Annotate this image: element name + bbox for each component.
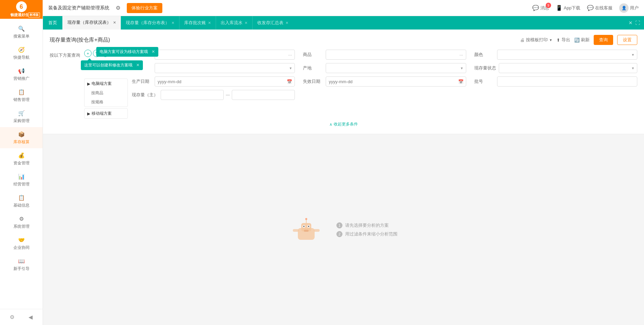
filter-area: 按以下方案查询 + ✎ ← 电脑方案可设为移动方案哦 ✕: [50, 50, 637, 119]
sidebar-item-label: 销售管理: [13, 97, 30, 103]
sales-icon: 📋: [18, 88, 25, 96]
origin-select-wrapper: ▼: [326, 63, 466, 73]
app-download-btn[interactable]: 📱 App下载: [556, 5, 580, 11]
produce-date-input[interactable]: [155, 76, 295, 87]
tab-close-dist[interactable]: ✕: [171, 21, 174, 25]
page-actions: 🖨 按模板打印 ▼ ⬆ 导出 🔄 刷新 查询 设置: [520, 35, 637, 45]
warehouse-input[interactable]: ···: [155, 50, 295, 60]
marketing-icon: 📢: [18, 67, 25, 74]
mobile-scheme-header[interactable]: ▶ 移动端方案: [85, 109, 127, 118]
scheme-controls-area: + ✎ ← 电脑方案可设为移动方案哦 ✕ 这里可以创建和修改方案哦 ✕: [84, 50, 128, 119]
sidebar-item-quicknav[interactable]: 🧭 快捷导航: [0, 43, 43, 64]
sidebar-item-inventory[interactable]: 📦 库存核算: [0, 127, 43, 148]
user-label: 用户: [630, 5, 639, 11]
tooltip-2-close[interactable]: ✕: [136, 63, 140, 67]
status-label: 现存量状态: [474, 65, 496, 71]
user-btn[interactable]: 👤 用户: [619, 3, 639, 13]
sidebar-item-settings[interactable]: ⚙ 系统管理: [0, 212, 43, 233]
scheme-tooltip-1: 电脑方案可设为移动方案哦 ✕: [96, 47, 158, 57]
header-gear-btn[interactable]: ⚙: [113, 3, 123, 13]
print-btn[interactable]: 🖨 按模板打印 ▼: [520, 37, 552, 43]
sidebar-gear-btn[interactable]: ⚙: [7, 313, 17, 322]
sidebar-item-guide[interactable]: 📖 新手引导: [0, 254, 43, 275]
scheme-item-spec[interactable]: 按规格: [85, 98, 127, 107]
tab-close-inventory-status[interactable]: ✕: [113, 20, 116, 25]
tab-inventory-status[interactable]: 现存量（库存状况表） ✕: [62, 16, 121, 30]
refresh-btn[interactable]: 🔄 刷新: [574, 37, 590, 43]
tab-home[interactable]: 首页: [43, 16, 62, 30]
status-select-wrapper: ▼: [499, 63, 637, 73]
scheme-item-product[interactable]: 按商品: [85, 89, 127, 98]
sidebar-logo: 6 畅捷通好生意 标准版: [0, 0, 43, 19]
tooltip-1-close[interactable]: ✕: [152, 49, 155, 54]
svg-point-10: [305, 218, 307, 220]
stock-qty-max[interactable]: [232, 90, 295, 100]
empty-hint-2: 2 用过滤条件来缩小分析范围: [336, 231, 397, 237]
sidebar-item-enterprise[interactable]: 🤝 企业协同: [0, 233, 43, 254]
produce-date-label: 生产日期: [132, 78, 152, 85]
empty-content: 1 请先选择要分析的方案 2 用过滤条件来缩小分析范围: [289, 213, 397, 247]
sidebar-item-purchase[interactable]: 🛒 采购管理: [0, 106, 43, 127]
expire-date-input[interactable]: [326, 76, 466, 87]
tab-inout-flow[interactable]: 出入库流水 ✕: [216, 16, 252, 30]
message-btn[interactable]: 💬 消息 9: [532, 5, 549, 11]
sidebar-item-label: 企业协同: [13, 245, 30, 251]
tab-inventory-dist[interactable]: 现存量（库存分布表） ✕: [121, 16, 179, 30]
sidebar-item-search[interactable]: 🔍 搜索菜单: [0, 21, 43, 43]
refresh-icon: 🔄: [574, 38, 580, 43]
quicknav-icon: 🧭: [18, 46, 25, 53]
product-input[interactable]: ···: [326, 50, 466, 60]
export-icon: ⬆: [556, 38, 560, 43]
desktop-scheme-header[interactable]: ▶ 电脑端方案: [85, 79, 127, 89]
tab-summary[interactable]: 收发存汇总表 ✕: [252, 16, 293, 30]
batch-input[interactable]: [497, 76, 637, 87]
produce-date-input-wrap: 📅: [155, 76, 295, 87]
size-select[interactable]: [155, 63, 295, 73]
filter-label: 按以下方案查询: [50, 50, 80, 58]
color-select[interactable]: [497, 50, 637, 60]
tab-fullscreen-btn[interactable]: ⛶: [635, 20, 640, 25]
empty-text: 1 请先选择要分析的方案 2 用过滤条件来缩小分析范围: [336, 222, 397, 237]
sidebar-item-label: 快捷导航: [13, 55, 30, 60]
export-btn[interactable]: ⬆ 导出: [556, 37, 570, 43]
sidebar-item-basic[interactable]: 📋 基础信息: [0, 191, 43, 212]
tab-inventory-batch[interactable]: 库存批次账 ✕: [179, 16, 216, 30]
origin-field: 产地 ▼: [303, 63, 466, 73]
sidebar-item-sales[interactable]: 📋 销售管理: [0, 85, 43, 106]
batch-field: 批号: [474, 76, 637, 87]
product-label: 商品: [303, 52, 323, 58]
tab-close-batch[interactable]: ✕: [208, 21, 211, 25]
stock-qty-sep: —: [226, 93, 230, 97]
search-btn[interactable]: 查询: [594, 35, 613, 45]
sidebar-collapse-btn[interactable]: ◀: [26, 313, 35, 322]
origin-select[interactable]: [326, 63, 466, 73]
tab-bar-right: ✕ ⛶: [629, 16, 644, 30]
online-support-btn[interactable]: 💬 在线客服: [587, 5, 612, 11]
tab-close-all-btn[interactable]: ✕: [629, 20, 633, 25]
expire-date-field: 失效日期 📅: [303, 76, 466, 87]
desktop-scheme-section: ▶ 电脑端方案 按商品 按规格: [84, 78, 128, 107]
sidebar-item-finance[interactable]: 💰 资金管理: [0, 148, 43, 169]
produce-date-field: 生产日期 📅: [132, 76, 295, 87]
print-icon: 🖨: [520, 38, 525, 43]
tab-close-flow[interactable]: ✕: [245, 21, 248, 25]
tab-close-summary[interactable]: ✕: [285, 21, 288, 25]
page-content: 现存量查询(按仓库+商品) 🖨 按模板打印 ▼ ⬆ 导出 🔄 刷新: [43, 30, 644, 325]
sidebar-item-label: 经营管理: [13, 181, 30, 187]
status-select[interactable]: [499, 63, 637, 73]
stock-qty-range: —: [161, 90, 295, 100]
sidebar-item-label: 系统管理: [13, 224, 30, 229]
stock-qty-min[interactable]: [161, 90, 224, 100]
logo-tag: 标准版: [28, 12, 40, 17]
sidebar-item-label: 新手引导: [13, 266, 30, 272]
mobile-scheme-section: ▶ 移动端方案: [84, 108, 128, 119]
settings-btn[interactable]: 设置: [617, 35, 637, 45]
svg-point-5: [308, 226, 309, 227]
collapse-btn[interactable]: ∧ 收起更多条件: [50, 119, 637, 128]
sidebar-item-business[interactable]: 📊 经营管理: [0, 169, 43, 191]
sidebar-item-marketing[interactable]: 📢 营销推广: [0, 64, 43, 85]
industry-btn[interactable]: 体验行业方案: [127, 3, 162, 13]
status-field: 现存量状态 ▼: [474, 63, 637, 73]
add-scheme-btn[interactable]: +: [84, 50, 92, 57]
purchase-icon: 🛒: [18, 109, 25, 117]
